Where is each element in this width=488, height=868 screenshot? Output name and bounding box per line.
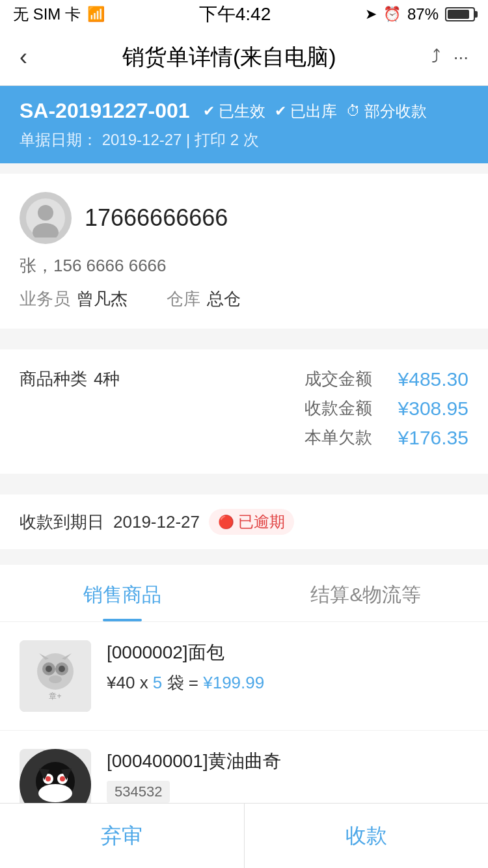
price-x-1: x (140, 673, 153, 692)
svg-point-7 (46, 666, 52, 672)
status-shipped-label: 已出库 (290, 101, 337, 122)
category-label: 商品种类 (20, 368, 87, 390)
svg-point-16 (46, 776, 51, 781)
amount-label: 成交金额 (305, 368, 372, 390)
received-label: 收款金额 (305, 397, 372, 420)
debt-label: 本单欠款 (305, 426, 372, 449)
check-icon-2: ✔ (275, 103, 286, 120)
summary-right: 成交金额 ¥485.30 收款金额 ¥308.95 本单欠款 ¥176.35 (305, 368, 468, 455)
status-tags: ✔ 已生效 ✔ 已出库 ⏱ 部分收款 (203, 101, 427, 122)
clock-icon: ⏱ (346, 103, 360, 120)
print-suffix: 次 (243, 131, 259, 148)
cancel-review-label: 弃审 (101, 822, 142, 850)
product-name-2: [000400001]黄油曲奇 (107, 749, 468, 774)
price-eq-1: = (189, 673, 203, 692)
tab-products[interactable]: 销售商品 (0, 565, 244, 621)
svg-point-4 (37, 653, 74, 690)
status-time: 下午4:42 (199, 2, 271, 27)
divider-1 (0, 163, 488, 174)
status-effective: ✔ 已生效 (203, 101, 265, 122)
product-name-1: [0000002]面包 (107, 640, 468, 665)
amount-row: 成交金额 ¥485.30 (305, 368, 468, 390)
banner-date: 单据日期： 2019-12-27 | 打印 2 次 (20, 129, 468, 150)
tabs-bar: 销售商品 结算&物流等 (0, 565, 488, 622)
print-label: | 打印 (186, 131, 226, 148)
overdue-icon: 🔴 (218, 514, 234, 530)
category-row: 商品种类 4种 (20, 368, 120, 390)
check-icon-1: ✔ (203, 103, 215, 120)
wifi-icon: 📶 (87, 6, 105, 23)
debt-value: ¥176.35 (398, 427, 468, 449)
product-badge-2: 534532 (107, 781, 170, 803)
customer-phone: 17666666666 (85, 204, 228, 232)
price-unit-1: 袋 (167, 673, 184, 692)
product-title-2: 黄油曲奇 (208, 751, 281, 771)
header-banner: SA-20191227-001 ✔ 已生效 ✔ 已出库 ⏱ 部分收款 单据日期：… (0, 86, 488, 163)
avatar (20, 192, 72, 244)
price-qty-1: 5 (153, 673, 162, 692)
customer-meta: 业务员 曾凡杰 仓库 总仓 (20, 288, 468, 310)
product-info-1: [0000002]面包 ¥40 x 5 袋 = ¥199.99 (107, 640, 468, 694)
amount-value: ¥485.30 (398, 368, 468, 390)
banner-top: SA-20191227-001 ✔ 已生效 ✔ 已出库 ⏱ 部分收款 (20, 99, 468, 123)
summary-section: 商品种类 4种 成交金额 ¥485.30 收款金额 ¥308.95 本单欠款 ¥… (0, 349, 488, 474)
carrier-label: 无 SIM 卡 (13, 4, 81, 25)
sales-item: 业务员 曾凡杰 (20, 288, 128, 310)
more-icon[interactable]: ··· (454, 47, 468, 68)
page-title: 销货单详情(来自电脑) (122, 42, 336, 72)
price-total-1: ¥199.99 (203, 673, 264, 692)
status-shipped: ✔ 已出库 (275, 101, 337, 122)
sales-label: 业务员 (20, 288, 70, 310)
svg-point-17 (60, 776, 65, 781)
customer-contact: 张，156 6666 6666 (20, 254, 468, 277)
nav-right: ⤴ ··· (431, 47, 468, 68)
product-code-1: [0000002] (107, 642, 188, 662)
customer-top: 17666666666 (20, 192, 468, 244)
date-label: 单据日期： (20, 131, 98, 148)
battery-label: 87% (407, 5, 439, 23)
pay-label: 收款 (346, 822, 387, 850)
tab-settlement[interactable]: 结算&物流等 (244, 565, 488, 621)
battery-indicator (445, 7, 475, 21)
share-icon[interactable]: ⤴ (431, 47, 441, 68)
order-id: SA-20191227-001 (20, 99, 190, 123)
received-value: ¥308.95 (398, 398, 468, 420)
print-count: 2 (230, 131, 239, 148)
status-partial: ⏱ 部分收款 (346, 101, 427, 122)
svg-point-13 (38, 784, 72, 802)
due-date: 2019-12-27 (113, 512, 200, 532)
alarm-icon: ⏰ (383, 6, 401, 23)
divider-4 (0, 554, 488, 565)
product-item: 章+ [0000002]面包 ¥40 x 5 袋 = ¥199.99 (0, 622, 488, 731)
cancel-review-button[interactable]: 弃审 (0, 804, 245, 868)
warehouse-name: 总仓 (207, 288, 241, 310)
warehouse-item: 仓库 总仓 (167, 288, 241, 310)
svg-point-8 (59, 666, 65, 672)
category-count: 4种 (94, 368, 120, 390)
debt-row: 本单欠款 ¥176.35 (305, 426, 468, 449)
back-button[interactable]: ‹ (20, 44, 27, 71)
overdue-label: 已逾期 (238, 511, 285, 532)
status-effective-label: 已生效 (219, 101, 265, 122)
product-code-2: [000400001] (107, 751, 208, 771)
tab-settlement-label: 结算&物流等 (310, 584, 421, 605)
order-date: 2019-12-27 (102, 131, 182, 148)
summary-left: 商品种类 4种 (20, 368, 120, 393)
due-section: 收款到期日 2019-12-27 🔴 已逾期 (0, 495, 488, 549)
tab-products-label: 销售商品 (83, 584, 161, 605)
status-bar: 无 SIM 卡 📶 下午4:42 ➤ ⏰ 87% (0, 0, 488, 29)
nav-left: ‹ (20, 44, 27, 71)
product-title-1: 面包 (188, 642, 224, 662)
bottom-bar: 弃审 收款 (0, 803, 488, 868)
svg-point-1 (38, 205, 53, 221)
customer-section: 17666666666 张，156 6666 6666 业务员 曾凡杰 仓库 总… (0, 174, 488, 329)
status-partial-label: 部分收款 (364, 101, 427, 122)
product-price-1: ¥40 x 5 袋 = ¥199.99 (107, 671, 468, 694)
nav-bar: ‹ 销货单详情(来自电脑) ⤴ ··· (0, 29, 488, 86)
product-thumb-1: 章+ (20, 640, 91, 712)
warehouse-label: 仓库 (167, 288, 200, 310)
pay-button[interactable]: 收款 (245, 804, 489, 868)
overdue-badge: 🔴 已逾期 (209, 509, 294, 535)
svg-text:章+: 章+ (49, 692, 61, 701)
svg-point-9 (49, 675, 62, 683)
